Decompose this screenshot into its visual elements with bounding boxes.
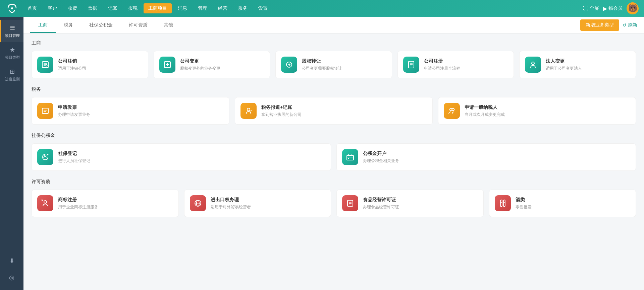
sidebar-item-project-type[interactable]: ★ 项目类型: [0, 42, 23, 64]
avatar[interactable]: 🐻: [627, 2, 639, 14]
social-register-desc: 进行人员社保登记: [58, 158, 325, 164]
card-company-cancel[interactable]: 公司注销 适用于注销公司: [32, 51, 148, 78]
fund-open-title: 公积金开户: [363, 151, 630, 157]
card-tax-report-accounting[interactable]: 税务报道+记账 拿到营业执照的新公司: [235, 97, 433, 125]
tab-social-fund[interactable]: 社保公积金: [81, 17, 121, 33]
card-alcohol[interactable]: 酒类 零售批发: [489, 190, 636, 217]
social-register-icon: [37, 149, 53, 165]
alcohol-info: 酒类 零售批发: [516, 197, 631, 210]
nav-message[interactable]: 消息: [173, 3, 192, 13]
svg-point-13: [44, 201, 47, 203]
card-equity-transfer[interactable]: 股权转让 公司变更需要股权转让: [275, 51, 392, 78]
general-taxpayer-info: 申请一般纳税人 当月或次月成变更完成: [465, 104, 630, 118]
alcohol-desc: 零售批发: [516, 204, 631, 210]
card-company-register[interactable]: 公司注册 申请公司注册全流程: [397, 51, 514, 78]
svg-point-7: [247, 108, 250, 111]
sidebar-item-label-progress-monitor: 进度监测: [5, 77, 20, 81]
card-company-change[interactable]: 公司变更 股权变更外的业务变更: [154, 51, 270, 78]
equity-transfer-info: 股权转让 公司变更需要股权转让: [302, 58, 386, 71]
company-register-title: 公司注册: [424, 58, 508, 64]
apply-invoice-info: 申请发票 办理申请发票业务: [58, 104, 224, 118]
social-fund-section: 社保公积金 社保登记 进行人: [32, 133, 636, 171]
company-register-icon: [403, 57, 419, 73]
tab-business[interactable]: 工商: [30, 17, 56, 33]
page-content: 工商 公司注销 适用于注销公司: [23, 33, 644, 290]
card-fund-open[interactable]: 公积金开户 办理公积金相关业务: [336, 143, 636, 171]
trademark-title: 商标注册: [58, 197, 173, 203]
sidebar: ☰ 项目管理 ★ 项目类型 ⊞ 进度监测 ⬇ ◎: [0, 17, 23, 290]
nav-operation[interactable]: 经营: [213, 3, 232, 13]
svg-rect-11: [347, 155, 354, 160]
social-register-title: 社保登记: [58, 151, 325, 157]
trademark-info: 商标注册 用于企业商标注册服务: [58, 197, 173, 210]
card-apply-invoice[interactable]: 申请发票 办理申请发票业务: [32, 97, 229, 125]
svg-point-5: [532, 62, 534, 65]
trademark-desc: 用于企业商标注册服务: [58, 204, 173, 210]
svg-point-0: [11, 7, 13, 9]
card-social-register[interactable]: 社保登记 进行人员社保登记: [32, 143, 331, 171]
license-section-title: 许可资质: [32, 179, 636, 185]
business-section: 工商 公司注销 适用于注销公司: [32, 40, 636, 78]
new-type-button[interactable]: 新增业务类型: [580, 19, 619, 31]
sidebar-item-label-project-type: 项目类型: [5, 55, 20, 60]
refresh-icon: ↺: [623, 22, 627, 28]
nav-business[interactable]: 工商项目: [144, 3, 172, 13]
apply-invoice-title: 申请发票: [58, 104, 224, 111]
nav-home[interactable]: 首页: [23, 3, 42, 13]
nav-invoice[interactable]: 票据: [83, 3, 102, 13]
refresh-label: 刷新: [628, 22, 637, 28]
nav-service[interactable]: 服务: [233, 3, 252, 13]
fullscreen-button[interactable]: ⛶ 全屏: [583, 5, 599, 11]
svg-point-8: [450, 108, 452, 111]
nav-right: ⛶ 全屏 ▶ 畅会员 🐻: [583, 2, 639, 14]
sidebar-bottom: ⬇ ◎: [0, 254, 23, 290]
tax-report-title: 税务报道+记账: [261, 104, 427, 111]
general-taxpayer-icon: [444, 103, 460, 119]
member-icon: ▶: [603, 5, 607, 12]
import-export-desc: 适用于对外贸易经营者: [211, 204, 326, 210]
general-taxpayer-title: 申请一般纳税人: [465, 104, 630, 111]
business-section-title: 工商: [32, 40, 636, 46]
equity-transfer-desc: 公司变更需要股权转让: [302, 66, 386, 71]
tax-report-desc: 拿到营业执照的新公司: [261, 112, 427, 118]
card-apply-general-taxpayer[interactable]: 申请一般纳税人 当月或次月成变更完成: [438, 97, 636, 125]
tab-other[interactable]: 其他: [156, 17, 181, 33]
import-export-icon: [190, 195, 206, 211]
tab-bar: 工商 税务 社保公积金 许可资质 其他 新增业务类型 ↺ 刷新: [23, 17, 644, 33]
fullscreen-label: 全屏: [590, 5, 599, 11]
refresh-button[interactable]: ↺ 刷新: [623, 22, 637, 28]
location-icon: ◎: [9, 274, 14, 281]
nav-fee[interactable]: 收费: [63, 3, 82, 13]
company-change-info: 公司变更 股权变更外的业务变更: [180, 58, 265, 71]
nav-tax[interactable]: 报税: [123, 3, 142, 13]
card-food-license[interactable]: 食品经营许可证 办理食品经营许可证: [336, 190, 484, 217]
sidebar-download[interactable]: ⬇: [0, 254, 23, 268]
member-button[interactable]: ▶ 畅会员: [603, 5, 623, 12]
tax-report-info: 税务报道+记账 拿到营业执照的新公司: [261, 104, 427, 118]
tab-tax[interactable]: 税务: [56, 17, 81, 33]
nav-customer[interactable]: 客户: [43, 3, 62, 13]
company-change-icon: [159, 57, 175, 73]
card-legal-person-change[interactable]: 法人变更 适用于公司变更法人: [519, 51, 636, 78]
license-section: 许可资质 商标注册 用于企业商标注册服务: [32, 179, 636, 217]
tab-license[interactable]: 许可资质: [121, 17, 156, 33]
svg-rect-6: [42, 108, 48, 114]
nav-settings[interactable]: 设置: [254, 3, 272, 13]
nav-items: 首页 客户 收费 票据 记账 报税 工商项目 消息 管理 经营 服务 设置: [23, 3, 583, 13]
card-import-export[interactable]: 进出口权办理 适用于对外贸易经营者: [184, 190, 331, 217]
tab-items: 工商 税务 社保公积金 许可资质 其他: [30, 17, 580, 33]
logo: [5, 2, 19, 15]
card-trademark[interactable]: 商标注册 用于企业商标注册服务: [32, 190, 179, 217]
apply-invoice-icon: [37, 103, 53, 119]
legal-person-change-desc: 适用于公司变更法人: [546, 66, 630, 71]
nav-manage[interactable]: 管理: [193, 3, 212, 13]
company-change-desc: 股权变更外的业务变更: [180, 66, 265, 71]
top-nav: 首页 客户 收费 票据 记账 报税 工商项目 消息 管理 经营 服务 设置 ⛶ …: [0, 0, 644, 17]
nav-accounting[interactable]: 记账: [103, 3, 122, 13]
sidebar-location[interactable]: ◎: [0, 271, 23, 285]
svg-point-9: [452, 108, 454, 111]
sidebar-item-project-manage[interactable]: ☰ 项目管理: [0, 20, 23, 42]
trademark-icon: [37, 195, 53, 211]
sidebar-item-progress-monitor[interactable]: ⊞ 进度监测: [0, 64, 23, 85]
apply-invoice-desc: 办理申请发票业务: [58, 112, 224, 118]
